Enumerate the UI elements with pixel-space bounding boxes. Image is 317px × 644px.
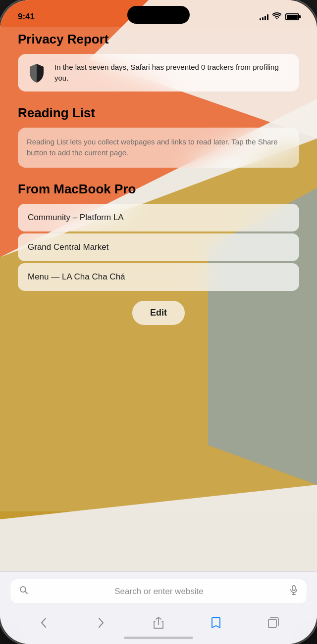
back-button[interactable] (33, 612, 54, 634)
phone-frame: 9:41 (0, 0, 317, 644)
status-icons (260, 12, 299, 21)
forward-button[interactable] (90, 612, 112, 634)
battery-icon (285, 13, 299, 20)
edit-button-wrap: Edit (18, 301, 299, 325)
privacy-report-text: In the last seven days, Safari has preve… (54, 62, 290, 84)
search-icon (19, 586, 28, 597)
signal-bars-icon (260, 13, 268, 20)
from-macbook-title: From MacBook Pro (18, 182, 299, 197)
dynamic-island (127, 6, 190, 24)
privacy-report-title: Privacy Report (18, 32, 299, 47)
reading-list-description: Reading List lets you collect webpages a… (27, 137, 290, 159)
tabs-button[interactable] (263, 612, 284, 634)
search-placeholder: Search or enter website (33, 587, 285, 597)
microphone-icon (290, 585, 298, 598)
reading-list-card: Reading List lets you collect webpages a… (18, 128, 299, 168)
wifi-icon (272, 12, 281, 21)
macbook-item-2[interactable]: Menu — LA Cha Cha Chá (18, 263, 299, 291)
svg-line-7 (25, 592, 28, 594)
toolbar (10, 612, 307, 634)
svg-rect-11 (268, 619, 276, 628)
svg-rect-8 (292, 586, 295, 591)
bookmarks-button[interactable] (205, 612, 227, 634)
share-button[interactable] (148, 612, 169, 634)
reading-list-title: Reading List (18, 105, 299, 121)
main-content: Privacy Report In the last seven days, S… (0, 32, 317, 325)
home-indicator (124, 637, 193, 639)
macbook-item-0[interactable]: Community – Platform LA (18, 204, 299, 231)
privacy-report-card: In the last seven days, Safari has preve… (18, 54, 299, 92)
status-time: 9:41 (18, 12, 35, 22)
macbook-items-list: Community – Platform LA Grand Central Ma… (18, 204, 299, 291)
phone-screen: 9:41 (0, 0, 317, 644)
search-bar[interactable]: Search or enter website (10, 579, 307, 604)
bottom-bar: Search or enter website (0, 571, 317, 644)
shield-icon (27, 63, 47, 83)
edit-button[interactable]: Edit (132, 301, 185, 325)
macbook-item-1[interactable]: Grand Central Market (18, 233, 299, 261)
